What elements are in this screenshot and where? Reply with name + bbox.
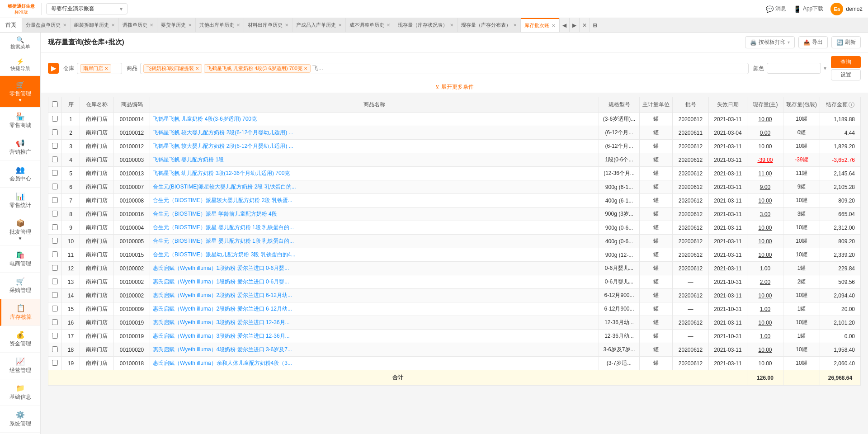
row-check[interactable] [48, 262, 62, 275]
row-qty-main[interactable]: 1.00 [747, 330, 783, 343]
sidebar-item-mall[interactable]: 🏪 零售商城 [0, 108, 40, 134]
sidebar-item-inventory[interactable]: 📋 库存核算 [0, 299, 40, 326]
row-qty-main[interactable]: 11.00 [747, 167, 783, 180]
select-all-checkbox[interactable] [52, 101, 58, 107]
row-qty-main[interactable]: -39.00 [747, 153, 783, 167]
row-check[interactable] [48, 140, 62, 153]
row-name[interactable]: 惠氏启赋（Wyeth illuma）2段奶粉 爱尔兰进口 6-12月幼... [150, 302, 599, 316]
row-name[interactable]: 合生元（BIOSTIME）派星幼儿配方奶粉 3段 乳铁蛋白的4... [150, 248, 599, 262]
row-qty-main[interactable]: 9.00 [747, 180, 783, 194]
warehouse-filter[interactable]: 南岸门店 ✕ [77, 63, 122, 74]
sidebar-shortcut[interactable]: ⚡ 快捷导航 [0, 54, 40, 76]
store-selector[interactable]: 母婴行业演示账套 ▾ [46, 3, 127, 14]
tab-active[interactable]: 库存批次账 ✕ [521, 18, 559, 33]
row-check[interactable] [48, 221, 62, 235]
product-tag-1-close[interactable]: ✕ [195, 66, 199, 71]
tab-home[interactable]: 首页 [0, 18, 22, 33]
row-name[interactable]: 合生元(BIOSTIME)派星较大婴儿配方奶粉 2段 乳铁蛋白的... [150, 180, 599, 194]
product-tag-2-close[interactable]: ✕ [304, 66, 307, 71]
sidebar-item-retail-stats[interactable]: 📊 零售统计 [0, 188, 40, 214]
color-filter[interactable] [767, 63, 821, 74]
sidebar-item-retail[interactable]: 🛒 零售管理 ▼ [0, 76, 40, 108]
row-name[interactable]: 飞鹤星飞帆 幼儿配方奶粉 3段(12-36个月幼儿适用) 700克 [150, 167, 599, 180]
row-check[interactable] [48, 180, 62, 194]
tab-close[interactable]: ✕ [150, 23, 153, 28]
sidebar-search[interactable]: 🔍 搜索菜单 [0, 33, 40, 54]
tab-close-active[interactable]: ✕ [552, 23, 555, 28]
tab-item[interactable]: 产成品入库单历史 ✕ [292, 18, 346, 33]
row-name[interactable]: 惠氏启赋（Wyeth illuma）1段奶粉 爱尔兰进口 0-6月婴... [150, 275, 599, 289]
export-btn[interactable]: 📤 导出 [798, 36, 828, 48]
tab-close[interactable]: ✕ [338, 23, 342, 28]
product-filter[interactable]: 飞鹤奶粉3段四罐提装 ✕ 飞鹤星飞帆 儿童奶粉 4段(3-6岁适用) 700克 … [140, 63, 749, 74]
row-qty-main[interactable]: 10.00 [747, 343, 783, 357]
tab-nav-close[interactable]: ✕ [579, 18, 590, 33]
row-qty-main[interactable]: 10.00 [747, 357, 783, 370]
tab-item[interactable]: 材料出库单历史 ✕ [244, 18, 292, 33]
row-check[interactable] [48, 208, 62, 221]
row-check[interactable] [48, 316, 62, 330]
tab-close[interactable]: ✕ [188, 23, 192, 28]
tab-item[interactable]: 现存量（库存状况表） ✕ [394, 18, 458, 33]
tab-close[interactable]: ✕ [285, 23, 288, 28]
row-name[interactable]: 惠氏启赋（Wyeth illuma）3段奶粉 爱尔兰进口 12-36月... [150, 330, 599, 343]
tab-item[interactable]: 成本调整单历史 ✕ [346, 18, 394, 33]
row-qty-main[interactable]: 10.00 [747, 316, 783, 330]
row-check[interactable] [48, 153, 62, 167]
row-qty-main[interactable]: 2.00 [747, 275, 783, 289]
row-check[interactable] [48, 235, 62, 248]
tab-close[interactable]: ✕ [513, 23, 517, 28]
sidebar-item-purchase[interactable]: 🛒 采购管理 [0, 273, 40, 299]
row-check[interactable] [48, 357, 62, 370]
tab-item[interactable]: 调拨单历史 ✕ [119, 18, 157, 33]
row-name[interactable]: 惠氏启赋（Wyeth illuma）3段奶粉 爱尔兰进口 12-36月... [150, 316, 599, 330]
filter-expand-row[interactable]: ⊻ 展开更多条件 [48, 83, 861, 91]
row-name[interactable]: 飞鹤星飞帆 儿童奶粉 4段(3-6岁适用) 700克 [150, 113, 599, 126]
row-name[interactable]: 惠氏启赋（Wyeth illuma）1段奶粉 爱尔兰进口 0-6月婴... [150, 262, 599, 275]
row-check[interactable] [48, 289, 62, 302]
row-name[interactable]: 合生元（BIOSTIME）派星较大婴儿配方奶粉 2段 乳铁蛋... [150, 194, 599, 208]
row-name[interactable]: 合生元（BIOSTIME）派星 婴儿配方奶粉 1段 乳铁蛋白的... [150, 221, 599, 235]
sidebar-item-finance[interactable]: 💰 资金管理 [0, 326, 40, 353]
query-button[interactable]: 查询 [831, 56, 861, 68]
row-check[interactable] [48, 343, 62, 357]
set-button[interactable]: 设置 [831, 69, 861, 80]
row-check[interactable] [48, 126, 62, 140]
row-qty-main[interactable]: 0.00 [747, 126, 783, 140]
row-check[interactable] [48, 330, 62, 343]
row-qty-main[interactable]: 10.00 [747, 113, 783, 126]
tab-item[interactable]: 现存量（库存分布表） ✕ [458, 18, 521, 33]
row-name[interactable]: 飞鹤星飞帆 较大婴儿配方奶粉 2段(6-12个月婴幼儿适用) ... [150, 140, 599, 153]
tab-close[interactable]: ✕ [63, 23, 66, 28]
tab-close[interactable]: ✕ [111, 23, 115, 28]
tab-item[interactable]: 其他出库单历史 ✕ [196, 18, 244, 33]
tab-item[interactable]: 分量盘点单历史 ✕ [22, 18, 71, 33]
row-qty-main[interactable]: 3.00 [747, 208, 783, 221]
row-name[interactable]: 惠氏启赋（Wyeth illuma）4段奶粉 爱尔兰进口 3-6岁及7... [150, 343, 599, 357]
sidebar-item-operations[interactable]: 📈 经营管理 [0, 353, 40, 379]
sidebar-item-marketing[interactable]: 📢 营销推广 [0, 134, 40, 161]
tab-nav-next[interactable]: ▶ [569, 18, 579, 33]
tab-item[interactable]: 要货单历史 ✕ [157, 18, 196, 33]
row-check[interactable] [48, 113, 62, 126]
tab-item[interactable]: 组装拆卸单历史 ✕ [71, 18, 119, 33]
row-check[interactable] [48, 302, 62, 316]
row-name[interactable]: 飞鹤星飞帆 婴儿配方奶粉 1段 [150, 153, 599, 167]
user-area[interactable]: Ea demo2 [830, 3, 863, 15]
row-name[interactable]: 惠氏启赋（Wyeth illuma）2段奶粉 爱尔兰进口 6-12月幼... [150, 289, 599, 302]
tab-close[interactable]: ✕ [236, 23, 240, 28]
row-check[interactable] [48, 167, 62, 180]
warehouse-tag-close[interactable]: ✕ [104, 66, 108, 71]
row-qty-main[interactable]: 1.00 [747, 262, 783, 275]
tab-close[interactable]: ✕ [387, 23, 390, 28]
message-btn[interactable]: 💬 消息 [766, 5, 786, 13]
row-check[interactable] [48, 194, 62, 208]
row-name[interactable]: 合生元（BIOSTIME）派星 婴儿配方奶粉 1段 乳铁蛋白的... [150, 235, 599, 248]
sidebar-item-ecommerce[interactable]: 🛍️ 电商管理 [0, 246, 40, 273]
sidebar-item-system[interactable]: ⚙️ 系统管理 [0, 406, 40, 433]
sidebar-item-basics[interactable]: 📁 基础信息 [0, 379, 40, 406]
app-download-btn[interactable]: 📱 App下载 [793, 5, 823, 13]
row-qty-main[interactable]: 10.00 [747, 235, 783, 248]
row-name[interactable]: 惠氏启赋（Wyeth illuma）亲和人体儿童配方奶粉4段（3... [150, 357, 599, 370]
row-qty-main[interactable]: 1.00 [747, 302, 783, 316]
